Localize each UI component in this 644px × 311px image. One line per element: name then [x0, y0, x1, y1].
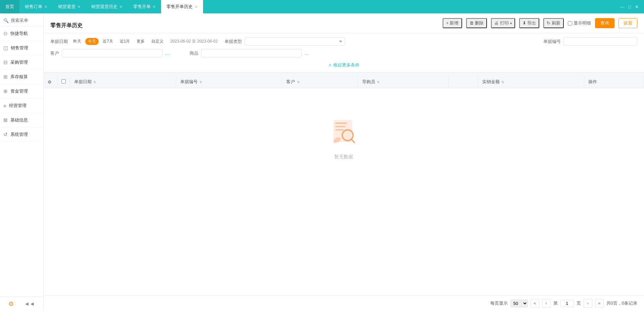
- sidebar-search-label: 搜索采单: [11, 17, 28, 23]
- quick-nav-icon: ⊙: [3, 31, 8, 37]
- print-button[interactable]: 🖨 打印 ▾: [491, 18, 515, 28]
- total-text: 共0页，0条记录: [606, 300, 637, 306]
- tab-sales-return[interactable]: 销货退货 ✕: [53, 0, 86, 13]
- svg-point-5: [344, 132, 351, 139]
- prev-page-btn[interactable]: ‹: [542, 299, 551, 308]
- next-page-icon: ›: [587, 301, 589, 306]
- pagination-bar: 每页显示 50 10 20 100 « ‹ 第 页 › » 共0页，0条记录: [44, 295, 644, 311]
- sidebar-item-quick-nav[interactable]: ⊙ 快捷导航: [0, 27, 43, 41]
- filter-product-input[interactable]: [201, 49, 302, 57]
- query-button[interactable]: 查询: [595, 18, 614, 28]
- display-checkbox[interactable]: [568, 21, 572, 25]
- last-page-icon: »: [598, 301, 600, 306]
- col-amount[interactable]: 实销金额 ⇅: [478, 76, 584, 88]
- col-salesperson-sort: ⇅: [377, 80, 380, 84]
- filter-customer-input[interactable]: [62, 49, 162, 57]
- col-number-sort: ⇅: [199, 80, 202, 84]
- tab-retail-open-history-close[interactable]: ✕: [195, 5, 198, 9]
- page-label: 页: [577, 300, 581, 306]
- filter-doc-type-label: 单据类型: [225, 39, 242, 45]
- page-label-pre: 第: [553, 300, 558, 306]
- svg-rect-1: [335, 122, 347, 124]
- filter-doc-type-select[interactable]: [245, 37, 345, 46]
- page-header: 零售开单历史 + 新增 🗑 删除 🖨 打印 ▾ ⬇ 导出 ↻ 刷新: [44, 13, 644, 33]
- first-page-btn[interactable]: «: [531, 299, 539, 308]
- filter-doc-type-item: 单据类型: [225, 37, 537, 46]
- export-button[interactable]: ⬇ 导出: [519, 18, 540, 28]
- col-salesperson[interactable]: 导购员 ⇅: [358, 76, 449, 88]
- col-spacer: [449, 76, 478, 88]
- col-date[interactable]: 单据日期 ⇅: [70, 76, 176, 88]
- sidebar-item-sales-mgmt-label: 销售管理: [11, 45, 28, 51]
- filter-date-range: 2023-06-02 至 2023-06-02: [170, 39, 217, 44]
- next-page-btn[interactable]: ›: [584, 299, 592, 308]
- nav-tabs: 首页 销售订单 ✕ 销货退货 ✕ 销货退货历史 ✕ 零售开单 ✕ 零售开单历史 …: [0, 0, 620, 13]
- sidebar-search[interactable]: 🔍 搜索采单: [0, 13, 43, 27]
- sales-mgmt-icon: ◫: [3, 45, 8, 51]
- current-page-input[interactable]: [560, 300, 574, 307]
- close-btn[interactable]: ✕: [635, 4, 639, 9]
- add-button[interactable]: + 新增: [443, 18, 462, 28]
- page-title: 零售开单历史: [50, 22, 83, 29]
- delete-button[interactable]: 🗑 删除: [466, 18, 487, 28]
- print-button-label: 🖨 打印: [494, 20, 509, 26]
- filter-date-options: 昨天 今天 近7天 近1月 更多 自定义: [70, 38, 166, 45]
- col-customer[interactable]: 客户 ⇅: [282, 76, 358, 88]
- col-number[interactable]: 单据编号 ⇅: [176, 76, 282, 88]
- tab-sales-return-history-close[interactable]: ✕: [119, 5, 122, 9]
- sidebar-item-basic-info[interactable]: ⊠ 基础信息: [0, 113, 43, 127]
- tab-sales-order[interactable]: 销售订单 ✕: [19, 0, 53, 13]
- select-all-checkbox[interactable]: [61, 79, 66, 84]
- date-option-more[interactable]: 更多: [134, 38, 147, 45]
- empty-state: 暂无数据: [44, 88, 644, 187]
- refresh-button[interactable]: ↻ 刷新: [543, 18, 564, 28]
- filter-doc-number-label: 单据编号: [543, 39, 561, 45]
- sidebar-item-operations-label: 经营管理: [9, 103, 27, 109]
- filter-customer-ellipsis[interactable]: …: [165, 51, 169, 56]
- tab-sales-return-label: 销货退货: [58, 4, 76, 10]
- sidebar-item-purchase-mgmt[interactable]: ⊟ 采购管理: [0, 55, 43, 70]
- tab-retail-open-close[interactable]: ✕: [153, 5, 156, 9]
- per-page-label: 每页显示: [490, 300, 508, 306]
- date-option-7days[interactable]: 近7天: [100, 38, 116, 45]
- col-date-sort: ⇅: [93, 80, 96, 84]
- settings-button[interactable]: 设置: [618, 18, 637, 28]
- tab-retail-open[interactable]: 零售开单 ✕: [128, 0, 161, 13]
- sidebar-item-sys-mgmt[interactable]: ↺ 系统管理: [0, 127, 43, 142]
- filter-product-item: 商品 …: [190, 49, 309, 57]
- date-option-custom[interactable]: 自定义: [149, 38, 166, 45]
- data-table: ⚙ 单据日期 ⇅ 单据编号 ⇅ 客户: [44, 76, 644, 187]
- filter-date-item: 单据日期 昨天 今天 近7天 近1月 更多 自定义 2023-06-02 至 2…: [50, 38, 218, 45]
- filter-customer-item: 客户 …: [50, 49, 169, 57]
- collapse-bar[interactable]: ∧ 收起更多条件: [50, 61, 637, 68]
- filter-doc-number-input[interactable]: [563, 37, 637, 46]
- svg-rect-2: [335, 126, 345, 127]
- sidebar-item-sales-mgmt[interactable]: ◫ 销售管理: [0, 41, 43, 55]
- search-icon: 🔍: [3, 18, 9, 23]
- per-page-select[interactable]: 50 10 20 100: [510, 300, 528, 307]
- tab-sales-return-history[interactable]: 销货退货历史 ✕: [86, 0, 128, 13]
- sidebar: 🔍 搜索采单 ⊙ 快捷导航 ◫ 销售管理 ⊟ 采购管理 ⊞ 库存核算 ⊕ 资金管…: [0, 13, 44, 311]
- sidebar-item-operations[interactable]: ≡ 经营管理: [0, 99, 43, 113]
- minimize-btn[interactable]: —: [620, 4, 624, 9]
- filter-product-ellipsis[interactable]: …: [304, 51, 309, 56]
- filter-date-label: 单据日期: [50, 39, 68, 45]
- col-settings[interactable]: ⚙: [44, 76, 57, 88]
- tab-sales-return-close[interactable]: ✕: [78, 5, 81, 9]
- sidebar-item-inventory[interactable]: ⊞ 库存核算: [0, 70, 43, 84]
- tab-home[interactable]: 首页: [0, 0, 19, 13]
- tab-sales-order-close[interactable]: ✕: [44, 5, 47, 9]
- tab-retail-open-history[interactable]: 零售开单历史 ✕: [161, 0, 203, 13]
- date-option-today[interactable]: 今天: [85, 38, 99, 45]
- last-page-btn[interactable]: »: [595, 299, 604, 308]
- collapse-label: ∧ 收起更多条件: [328, 62, 359, 68]
- add-button-label: + 新增: [446, 20, 458, 26]
- date-option-yesterday[interactable]: 昨天: [70, 38, 84, 45]
- sidebar-item-inventory-label: 库存核算: [10, 74, 28, 80]
- main-layout: 🔍 搜索采单 ⊙ 快捷导航 ◫ 销售管理 ⊟ 采购管理 ⊞ 库存核算 ⊕ 资金管…: [0, 13, 644, 311]
- sidebar-collapse-icon[interactable]: ◄◄: [24, 301, 35, 307]
- date-option-1month[interactable]: 近1月: [117, 38, 133, 45]
- sidebar-item-finance[interactable]: ⊕ 资金管理: [0, 84, 43, 99]
- maximize-btn[interactable]: □: [628, 4, 631, 9]
- sidebar-settings-icon[interactable]: ⚙: [8, 300, 14, 308]
